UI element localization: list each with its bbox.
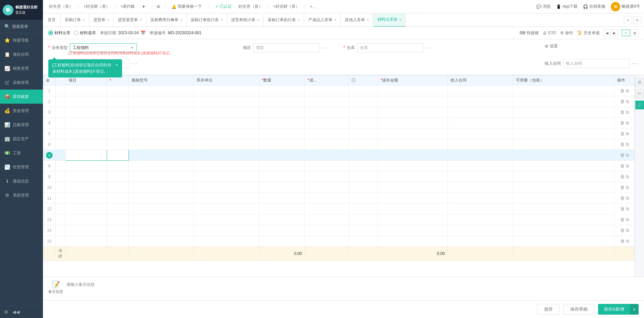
topbar-message[interactable]: 💬 消息	[536, 4, 551, 9]
copy-icon[interactable]: ⧉	[626, 228, 629, 233]
sidebar-item-purchase[interactable]: 🛒 采购管理	[0, 75, 43, 90]
radio-material-out[interactable]: 材料出库	[48, 30, 70, 36]
radio-material-return[interactable]: 材料退库	[74, 30, 96, 36]
topbar-nav-agent[interactable]: +易代账	[118, 4, 137, 9]
topbar-user[interactable]: 畅 畅捷通8号	[611, 2, 640, 11]
delete-icon[interactable]: 🗑	[620, 120, 625, 125]
tab-incoming[interactable]: 进货单 ×	[89, 13, 114, 27]
copy-icon[interactable]: ⧉	[626, 131, 629, 136]
tab-close-incoming-stats[interactable]: ×	[257, 18, 259, 22]
view-list-btn[interactable]: ≡	[622, 30, 630, 36]
add-row-button[interactable]: +	[46, 152, 53, 159]
delete-icon[interactable]: 🗑	[620, 206, 625, 211]
tab-incoming-return[interactable]: 进货退货单 ×	[114, 13, 146, 27]
topbar-nav-good-finance[interactable]: +好业财（首）	[82, 4, 112, 9]
copy-icon[interactable]: ⧉	[626, 206, 629, 211]
tab-material-out[interactable]: 材料出库单 ×	[373, 13, 406, 27]
delete-icon[interactable]: 🗑	[620, 174, 625, 179]
settings-icon[interactable]: ⚙	[4, 309, 8, 315]
shortcut-btn[interactable]: ⌨ 快捷键	[520, 30, 539, 36]
topbar-nav-good-biz[interactable]: 好生意（首）	[47, 4, 75, 9]
delete-icon[interactable]: 🗑	[620, 185, 625, 190]
delete-icon[interactable]: 🗑	[620, 153, 625, 158]
delete-icon[interactable]: 🗑	[620, 88, 625, 93]
tab-incoming-stats[interactable]: 进货单统计表 ×	[227, 13, 264, 27]
copy-icon[interactable]: ⧉	[626, 238, 629, 244]
sidebar-item-ledger[interactable]: 📊 总账管理	[0, 118, 43, 132]
sidebar-item-sales[interactable]: 📈 销售管理	[0, 61, 43, 75]
income-contract-dots-btn[interactable]: ···	[632, 61, 638, 67]
delete-icon[interactable]: 🗑	[620, 110, 625, 115]
tab-purchase-fee[interactable]: 采购费用分摊单 ×	[146, 13, 187, 27]
view-grid-btn[interactable]: ⊞	[631, 30, 639, 36]
sidebar-item-assets[interactable]: 🏢 固定资产	[0, 132, 43, 146]
tab-close-other-in[interactable]: ×	[367, 18, 369, 22]
collapse-icon[interactable]: ◀◀	[12, 309, 20, 315]
topbar-nav-more[interactable]: +…	[308, 4, 318, 9]
project-input[interactable]: 项目	[253, 43, 320, 52]
copy-icon[interactable]: ⧉	[626, 174, 629, 179]
discard-button[interactable]: 放弃	[537, 304, 560, 315]
delete-icon[interactable]: 🗑	[620, 99, 625, 104]
copy-icon[interactable]: ⧉	[626, 196, 629, 201]
copy-icon[interactable]: ⧉	[626, 110, 629, 115]
sidebar-item-basic-info[interactable]: ℹ 基础信息	[0, 174, 43, 188]
tab-close-incoming[interactable]: ×	[107, 18, 109, 22]
copy-icon[interactable]: ⧉	[626, 120, 629, 125]
tab-close-purchase-execute[interactable]: ×	[298, 18, 300, 22]
tab-product-in[interactable]: 产成品入库单 ×	[304, 13, 341, 27]
tab-other-in[interactable]: 其他入库单 ×	[341, 13, 373, 27]
copy-icon[interactable]: ⧉	[626, 99, 629, 104]
notes-input[interactable]	[66, 280, 639, 293]
copy-icon[interactable]: ⧉	[626, 163, 629, 168]
sidebar-item-quick-nav[interactable]: ⭐ 快捷导航	[0, 33, 43, 47]
delete-icon[interactable]: 🗑	[620, 238, 625, 244]
sidebar-item-search[interactable]: 🔍 搜索菜单	[0, 20, 43, 33]
tab-close-material-out[interactable]: ×	[399, 18, 401, 21]
tab-purchase-execute[interactable]: 采购订单执行表 ×	[264, 13, 304, 27]
warehouse-dots-btn[interactable]: ···	[426, 45, 432, 51]
sidebar-item-finance[interactable]: 💰 资金管理	[0, 104, 43, 118]
sidebar-item-management[interactable]: 📉 经营管理	[0, 160, 43, 174]
history-btn[interactable]: 📜 历史单据	[577, 30, 600, 36]
right-panel-grid-icon[interactable]: ⊞	[635, 78, 644, 87]
save-draft-button[interactable]: 保存草稿	[563, 304, 595, 315]
delete-icon[interactable]: 🗑	[620, 217, 625, 222]
topbar-nav-good-biz2[interactable]: 好生意（首）	[236, 4, 265, 9]
form-settings-btn[interactable]: ⚙ 设置	[545, 43, 558, 49]
save-new-arrow-button[interactable]: ∧	[630, 304, 639, 315]
copy-icon[interactable]: ⧉	[626, 185, 629, 190]
calendar-icon[interactable]: 📅	[141, 31, 146, 35]
tab-close-purchase[interactable]: ×	[83, 18, 85, 22]
tab-purchase-stats[interactable]: 采购订单统计表 ×	[186, 13, 227, 27]
tab-close-incoming-return[interactable]: ×	[140, 18, 142, 22]
income-contract-input[interactable]: 收入合同	[563, 59, 630, 68]
right-panel-link-icon[interactable]: 🔗	[635, 101, 644, 109]
agent-dots-btn[interactable]: ···	[131, 61, 138, 67]
nav-next[interactable]: ▶	[611, 30, 618, 36]
topbar-dropdown-btn[interactable]: ▼	[140, 4, 148, 9]
settings-gear-icon[interactable]: ⚙	[157, 4, 160, 9]
delete-icon[interactable]: 🗑	[620, 228, 625, 233]
delete-icon[interactable]: 🗑	[620, 142, 625, 147]
delete-icon[interactable]: 🗑	[620, 163, 625, 168]
tab-menu[interactable]: ≡	[633, 16, 641, 24]
topbar-experience[interactable]: 🔔 我要体验一下	[169, 4, 204, 9]
tooltip-close[interactable]: ×	[116, 62, 118, 68]
copy-icon[interactable]: ⧉	[626, 217, 629, 222]
sidebar-item-inventory[interactable]: 📦 库存核算	[0, 90, 43, 104]
topbar-app-download[interactable]: 📱 App下载	[556, 4, 578, 9]
sidebar-item-payroll[interactable]: 💵 工资	[0, 146, 43, 160]
right-panel-edit-icon[interactable]: ✏	[635, 89, 644, 98]
sidebar-item-system[interactable]: ⚙ 系统管理	[0, 188, 43, 202]
copy-icon[interactable]: ⧉	[626, 153, 629, 158]
topbar-nav-good-finance2[interactable]: +好业财（首）	[271, 4, 302, 9]
delete-icon[interactable]: 🗑	[620, 131, 625, 136]
tab-close-product-in[interactable]: ×	[334, 18, 336, 22]
topbar-online-service[interactable]: 🎧 在线客服	[583, 4, 605, 9]
tab-purchase-order[interactable]: 采购订单 ×	[61, 13, 89, 27]
sidebar-item-project[interactable]: 📋 项目合同	[0, 47, 43, 61]
warehouse-input[interactable]: 合库	[357, 43, 424, 52]
tab-close-all[interactable]: ×	[624, 16, 632, 24]
delete-icon[interactable]: 🗑	[620, 196, 625, 201]
